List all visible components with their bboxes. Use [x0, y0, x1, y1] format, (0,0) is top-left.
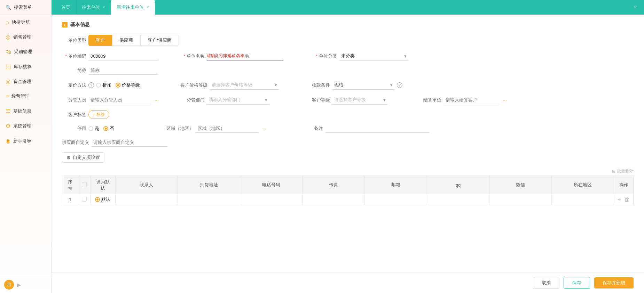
department-select[interactable]: 请输入分管部门 ▾ — [207, 95, 269, 105]
sidebar-item-operations[interactable]: ≡ 经营管理 — [0, 89, 51, 104]
settlement-unit-input[interactable] — [443, 96, 499, 104]
sidebar-item-system[interactable]: ⚙ 系统管理 — [0, 119, 51, 133]
tab-partners-label: 往来单位 — [82, 4, 100, 10]
finance-icon: ◎ — [6, 78, 10, 85]
unit-code-label: 单位编码 — [62, 53, 86, 59]
customer-level-select[interactable]: 请选择客户等级 ▾ — [332, 95, 388, 105]
unit-category-select[interactable]: 未分类 ▾ — [339, 51, 409, 61]
custom-settings-section: ⚙ 自定义项设置 — [62, 152, 634, 167]
email-input[interactable] — [368, 197, 423, 202]
fax-input[interactable] — [306, 197, 361, 202]
payment-terms-help-icon[interactable]: ? — [397, 82, 402, 88]
radio-discount[interactable]: 折扣 — [96, 82, 111, 88]
unit-category-value: 未分类 — [341, 53, 355, 59]
unit-btn-supplier[interactable]: 供应商 — [112, 35, 140, 46]
row-checkbox[interactable] — [82, 197, 87, 202]
region-more-btn[interactable]: ··· — [260, 126, 267, 131]
footer: 取消 保存 保存并新增 — [52, 272, 644, 293]
custom-settings-button[interactable]: ⚙ 自定义项设置 — [62, 152, 104, 163]
customer-tag-row: 客户标签 + 标签 — [62, 110, 634, 119]
radio-disabled-no[interactable]: 否 — [103, 125, 114, 132]
sidebar-item-label: 快捷导航 — [12, 19, 30, 25]
tab-partners[interactable]: 往来单位 × — [76, 0, 111, 15]
main-area: 首页 往来单位 × 新增往来单位 × × i 基本信息 单位类型 客户 供应商 … — [52, 0, 644, 293]
radio-disabled-yes-label: 是 — [95, 125, 99, 132]
region-table-input[interactable] — [555, 197, 610, 202]
pricing-method-label: 定价方法 — [62, 82, 86, 88]
cell-checkbox — [78, 194, 91, 205]
cell-contact — [115, 194, 178, 205]
unit-type-buttons: 客户 供应商 客户/供应商 — [88, 35, 179, 46]
short-name-input[interactable] — [88, 66, 158, 75]
sidebar-item-label: 采购管理 — [14, 49, 32, 55]
close-all-button[interactable]: × — [631, 3, 640, 12]
col-contact: 联系人 — [115, 176, 178, 194]
unit-type-group: 单位类型 客户 供应商 客户/供应商 — [62, 35, 634, 46]
settlement-unit-label: 结算单位 — [417, 97, 441, 103]
sidebar-item-finance[interactable]: ◎ 资金管理 — [0, 74, 51, 89]
sidebar: 🔍 搜索菜单 ⌂ 快捷导航 ◎ 销售管理 🛍 采购管理 ◫ 库存核算 ◎ 资金管… — [0, 0, 52, 293]
unit-name-label: 单位名称 — [180, 53, 205, 59]
sidebar-item-basic-info[interactable]: ☰ 基础信息 — [0, 104, 51, 119]
address-input[interactable] — [181, 197, 236, 202]
unit-name-group: 单位名称 请输入往来单位名称 — [180, 52, 313, 60]
col-phone: 电话号码 — [240, 176, 302, 194]
unit-btn-both[interactable]: 客户/供应商 — [140, 35, 179, 46]
unit-category-arrow: ▾ — [404, 54, 407, 59]
region-input[interactable] — [196, 124, 258, 133]
col-address: 到货地址 — [178, 176, 240, 194]
payment-terms-select[interactable]: 现结 ▾ — [332, 80, 395, 90]
radio-disabled-yes[interactable]: 是 — [88, 125, 99, 132]
sidebar-item-label: 新手引导 — [13, 138, 31, 144]
add-tag-button[interactable]: + 标签 — [88, 110, 109, 119]
payment-terms-group: 收款条件 现结 ▾ ? — [306, 80, 634, 90]
batch-delete-label[interactable]: 批量删除 — [617, 168, 634, 174]
custom-settings-label: 自定义项设置 — [73, 154, 100, 161]
supplier-custom-label: 供应商自定义 — [62, 139, 89, 146]
add-row-button[interactable]: + — [618, 196, 621, 202]
department-placeholder: 请输入分管部门 — [209, 97, 241, 103]
customer-price-level-select[interactable]: 请选择客户价格等级 ▾ — [210, 80, 279, 90]
delete-row-button[interactable]: 🗑 — [624, 196, 630, 202]
sidebar-item-guide[interactable]: ◉ 新手引导 — [0, 133, 51, 148]
sidebar-item-purchase[interactable]: 🛍 采购管理 — [0, 44, 51, 59]
sidebar-expand-icon[interactable]: ▶ — [17, 282, 21, 288]
basic-info-section-icon: i — [62, 22, 68, 27]
manager-input[interactable] — [88, 96, 151, 104]
unit-btn-customer[interactable]: 客户 — [88, 35, 112, 46]
phone-input[interactable] — [244, 197, 299, 202]
manager-more-btn[interactable]: ··· — [153, 97, 160, 103]
save-add-button[interactable]: 保存并新增 — [594, 277, 634, 288]
supplier-custom-input[interactable] — [91, 138, 168, 147]
wechat-input[interactable] — [493, 197, 548, 202]
pricing-help-icon[interactable]: ? — [88, 82, 94, 88]
col-qq: qq — [427, 176, 489, 194]
region-group: 区域（地区） ··· — [166, 124, 299, 133]
sidebar-item-sales[interactable]: ◎ 销售管理 — [0, 30, 51, 44]
select-all-checkbox[interactable] — [82, 182, 87, 187]
contact-input[interactable] — [119, 197, 174, 202]
cell-address — [178, 194, 240, 205]
unit-info-row: 单位编码 单位名称 请输入往来单位名称 单位分类 未分类 ▾ — [62, 51, 634, 61]
sidebar-item-inventory[interactable]: ◫ 库存核算 — [0, 59, 51, 74]
customer-price-level-label: 客户价格等级 — [180, 82, 207, 88]
cancel-button[interactable]: 取消 — [533, 277, 559, 289]
tab-partners-close[interactable]: × — [103, 5, 105, 10]
radio-discount-label: 折扣 — [102, 82, 111, 88]
sidebar-item-quick-nav[interactable]: ⌂ 快捷导航 — [0, 15, 51, 30]
sidebar-search[interactable]: 🔍 搜索菜单 — [0, 0, 51, 15]
col-fax: 传真 — [302, 176, 364, 194]
settlement-unit-more-btn[interactable]: ··· — [501, 97, 508, 103]
radio-default[interactable]: 默认 — [94, 196, 112, 203]
batch-delete-area: ⊟ 批量删除 — [62, 168, 634, 174]
radio-price-level[interactable]: 价格等级 — [116, 82, 140, 88]
tab-new-partner[interactable]: 新增往来单位 × — [111, 0, 155, 15]
unit-code-input[interactable] — [88, 52, 158, 60]
customer-level-group: 客户等级 请选择客户等级 ▾ — [306, 95, 417, 105]
tab-home[interactable]: 首页 — [56, 0, 76, 15]
settlement-unit-group: 结算单位 ··· — [417, 96, 634, 104]
remark-input[interactable] — [325, 124, 430, 133]
save-button[interactable]: 保存 — [564, 277, 590, 289]
tab-new-partner-close[interactable]: × — [147, 5, 149, 10]
qq-input[interactable] — [431, 197, 486, 202]
